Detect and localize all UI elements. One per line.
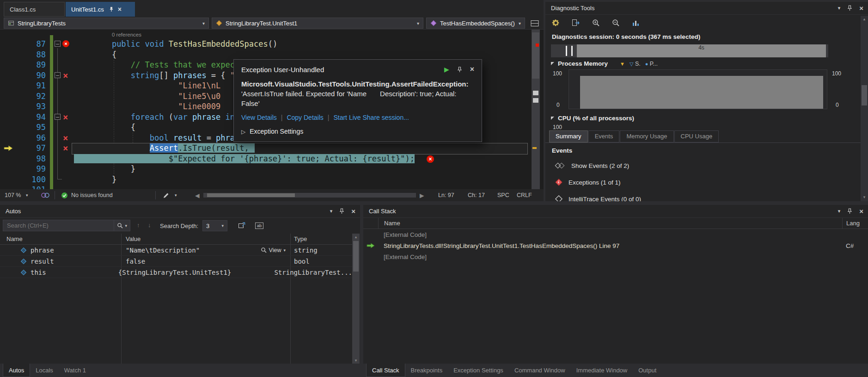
issues-status[interactable]: No issues found <box>71 189 113 201</box>
line-number[interactable]: 88 <box>0 49 46 60</box>
test-failed-mark-icon[interactable]: × <box>63 133 68 143</box>
test-failed-mark-icon[interactable]: × <box>63 143 68 154</box>
column-header-name[interactable]: Name <box>0 235 121 242</box>
autos-row-result[interactable]: resultfalsebool <box>0 256 352 267</box>
continue-play-icon[interactable]: ▶ <box>444 66 449 73</box>
popup-link[interactable]: View Details <box>241 114 277 121</box>
close-popup-icon[interactable]: × <box>470 65 474 74</box>
scroll-down-icon[interactable]: ▾ <box>352 358 360 363</box>
callstack-frame[interactable]: [External Code] <box>363 229 868 240</box>
callstack-frame[interactable]: [External Code] <box>363 251 868 262</box>
popup-link[interactable]: Copy Details <box>287 114 323 121</box>
next-result-icon[interactable]: ↓ <box>148 222 151 229</box>
zoom-out-icon[interactable] <box>612 19 620 28</box>
window-position-caret-icon[interactable]: ▾ <box>838 208 841 214</box>
pin-panel-icon[interactable] <box>847 208 853 214</box>
cpu-header[interactable]: CPU (% of all processors) <box>551 115 634 122</box>
diag-tab-summary[interactable]: Summary <box>549 130 588 142</box>
tab-autos[interactable]: Autos <box>3 364 30 377</box>
pin-panel-icon[interactable] <box>847 5 853 11</box>
test-failed-mark-icon[interactable]: × <box>63 70 68 81</box>
search-button[interactable]: ▾ <box>114 220 130 231</box>
doc-tab-unittest1[interactable]: UnitTest1.cs × <box>66 2 135 17</box>
column-header-type[interactable]: Type <box>290 235 352 242</box>
autos-row-phrase[interactable]: phrase"Name\tDescription"View▾string <box>0 245 352 256</box>
zoom-in-icon[interactable] <box>592 19 600 28</box>
line-number[interactable]: 98 <box>0 154 46 164</box>
close-tab-icon[interactable]: × <box>118 6 122 13</box>
project-dropdown[interactable]: StringLibraryTests ▾ <box>4 18 209 29</box>
search-box[interactable]: ▾ <box>3 220 130 231</box>
autos-row-this[interactable]: this{StringLibraryTest.UnitTest1}StringL… <box>0 267 352 278</box>
member-dropdown[interactable]: TestHasEmbeddedSpaces() ▾ <box>426 18 525 29</box>
line-number[interactable]: 93 <box>0 101 46 112</box>
window-position-caret-icon[interactable]: ▾ <box>838 5 841 11</box>
timeline-chart-icon[interactable] <box>632 19 640 28</box>
pin-panel-icon[interactable] <box>339 208 345 214</box>
code-fold-icon[interactable]: – <box>55 72 61 78</box>
variable-value[interactable]: {StringLibraryTest.UnitTest1} <box>118 269 231 276</box>
previous-result-icon[interactable]: ↑ <box>137 222 140 229</box>
diagnostics-settings-gear-icon[interactable] <box>552 19 560 28</box>
line-number[interactable]: 92 <box>0 91 46 102</box>
tab-immediate-window[interactable]: Immediate Window <box>571 364 633 377</box>
tab-output[interactable]: Output <box>633 364 662 377</box>
tab-breakpoints[interactable]: Breakpoints <box>405 364 448 377</box>
error-badge-icon[interactable]: × <box>427 155 434 163</box>
test-failed-badge-icon[interactable]: × <box>62 40 69 47</box>
scroll-up-icon[interactable]: ▴ <box>352 235 360 239</box>
line-number[interactable]: 101 <box>0 185 46 189</box>
line-ending-indicator[interactable]: CRLF <box>517 189 532 201</box>
format-display-button[interactable]: ab <box>252 220 266 231</box>
tab-command-window[interactable]: Command Window <box>509 364 571 377</box>
code-cleanup-caret-icon[interactable]: ▾ <box>175 189 177 201</box>
close-panel-icon[interactable]: × <box>859 207 863 215</box>
tab-locals[interactable]: Locals <box>30 364 59 377</box>
editor-vertical-scrollbar[interactable] <box>532 30 540 189</box>
tab-watch-1[interactable]: Watch 1 <box>59 364 92 377</box>
variable-value[interactable]: "Name\tDescription" <box>126 247 200 254</box>
spaces-indicator[interactable]: SPC <box>497 189 509 201</box>
type-dropdown[interactable]: StringLibraryTest.UnitTest1 ▾ <box>212 18 423 29</box>
window-position-caret-icon[interactable]: ▾ <box>330 208 333 214</box>
scrollbar-thumb[interactable] <box>353 241 359 272</box>
exception-settings-expander[interactable]: ▷Exception Settings <box>241 128 474 135</box>
line-number[interactable]: 96 <box>0 133 46 143</box>
create-report-icon[interactable] <box>572 19 580 28</box>
line-number[interactable]: 99 <box>0 164 46 174</box>
doc-tab-class1[interactable]: Class1.cs <box>4 2 65 17</box>
tab-call-stack[interactable]: Call Stack <box>366 364 405 377</box>
line-number[interactable]: 91 <box>0 80 46 91</box>
close-panel-icon[interactable]: × <box>859 4 863 12</box>
diagnostics-scrollbar[interactable]: ▴ ▾ <box>861 16 868 201</box>
scrollbar-thumb[interactable] <box>862 85 867 105</box>
line-number[interactable]: 95 <box>0 122 46 133</box>
variable-value[interactable]: false <box>126 258 145 265</box>
diag-tab-cpu-usage[interactable]: CPU Usage <box>674 130 719 142</box>
line-number[interactable]: 89 <box>0 60 46 70</box>
event-item[interactable]: Show Events (2 of 2) <box>545 157 850 174</box>
presence-icon[interactable] <box>41 189 50 201</box>
event-item[interactable]: IntelliTrace Events (0 of 0) <box>545 191 850 201</box>
popup-link[interactable]: Start Live Share session... <box>333 114 409 121</box>
line-number[interactable]: 90 <box>0 70 46 81</box>
column-indicator[interactable]: Ch: 17 <box>468 189 485 201</box>
pin-tab-icon[interactable] <box>109 6 114 12</box>
code-fold-icon[interactable]: – <box>55 41 61 47</box>
scrollbar-thumb[interactable] <box>532 32 539 79</box>
zoom-caret-icon[interactable]: ▾ <box>26 189 28 201</box>
scroll-down-icon[interactable]: ▾ <box>861 195 868 199</box>
tab-exception-settings[interactable]: Exception Settings <box>448 364 509 377</box>
scrollbar-thumb[interactable] <box>207 193 295 197</box>
visualizer-view-button[interactable]: View▾ <box>261 247 286 253</box>
codelens-references[interactable]: 0 references <box>0 30 530 39</box>
pin-to-source-button[interactable] <box>236 220 248 231</box>
event-item[interactable]: Exceptions (1 of 1) <box>545 174 850 191</box>
scroll-left-icon[interactable]: ◀ <box>195 189 200 201</box>
callstack-frame[interactable]: StringLibraryTests.dll!StringLibraryTest… <box>363 240 868 251</box>
memory-graph[interactable] <box>568 69 827 109</box>
code-fold-icon[interactable]: – <box>55 114 61 120</box>
editor-horizontal-scrollbar[interactable] <box>203 193 416 198</box>
column-header-value[interactable]: Value <box>121 235 290 242</box>
session-timeline[interactable]: 4s <box>551 44 828 57</box>
